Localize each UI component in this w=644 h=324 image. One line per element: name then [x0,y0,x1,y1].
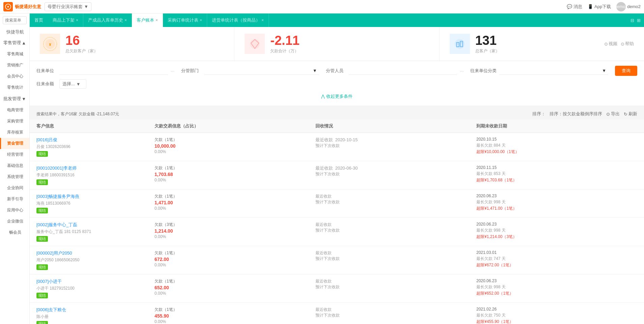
customer-cell-3: [0002]服务中心_丁磊 服务中心_丁磊 181 0125 8371 现结 [36,222,155,242]
sidebar-item-member-plus[interactable]: 畅会员 [0,227,29,238]
filter-collapse-btn[interactable]: ⋀ 收起更多条件 [36,92,637,101]
filter-unit-input[interactable] [59,67,168,75]
tab-collapse-btn[interactable]: ⊟ [631,18,634,23]
message-btn[interactable]: 💬 消息 [567,4,582,10]
owe-count-4: 欠款（1笔） [155,250,315,256]
search-button[interactable]: 查询 [615,66,637,76]
col-header-customer: 客户信息 [36,123,155,129]
filter-category-select[interactable]: ▼ [499,67,608,75]
tab-close-purchase-stat[interactable]: × [200,18,202,23]
sidebar-item-operation[interactable]: 经营管理 [0,149,29,160]
sidebar-item-purchase[interactable]: 采购管理 [0,116,29,127]
owe-cell-4: 欠款（1笔） 672.00 0.00% [155,250,315,270]
summary-info-total: -2.11 欠款合计（万） [270,34,300,54]
customer-name-5[interactable]: [0007]小进干 [36,278,155,285]
due-amount-4[interactable]: 超限¥672.00（1笔） [476,262,637,268]
customer-name-0[interactable]: [0016]吕俊 [36,137,155,143]
sidebar-search-input[interactable] [3,16,27,24]
tab-product-shelf[interactable]: 商品上下架 × [48,13,83,27]
due-amount-1[interactable]: 超限¥1,703.68（1笔） [476,177,637,183]
customer-name-4[interactable]: [000002]用户2050 [36,250,155,256]
owe-amount-4[interactable]: 672.00 [155,257,315,262]
due-cell-1: 2020.11.15 最长欠款 853 天 超限¥1,703.68（1笔） [476,165,637,185]
customer-tag-2: 现结 [36,208,48,213]
app-download-btn[interactable]: 📱 App下载 [588,4,611,10]
user-avatar-btn[interactable]: demo2 demo2 [616,2,641,11]
due-amount-5[interactable]: 超限¥652.00（1笔） [476,291,637,296]
owe-amount-2[interactable]: 1,471.00 [155,200,315,205]
owe-amount-6[interactable]: 455.90 [155,313,315,319]
recovery-label-0: 最近收款 2020-10-15 [315,137,476,143]
due-date-1: 2020.11.15 [476,165,637,170]
sidebar-item-inventory[interactable]: 库存核算 [0,127,29,138]
due-amount-6[interactable]: 超限¥455.90（1笔） [476,319,637,324]
app-wrapper: 畅捷通好生意 母婴行业演示账套 ▼ 💬 消息 📱 App下载 demo2 dem… [0,0,644,324]
sidebar-item-member[interactable]: 会员中心 [0,71,29,82]
svg-rect-9 [457,43,458,44]
sidebar-item-retail-mgmt[interactable]: 零售管理 ▲ [0,37,29,49]
owe-amount-3[interactable]: 1,214.00 [155,228,315,234]
customer-name-2[interactable]: [0003]畅捷服务尹海燕 [36,194,155,200]
customer-name-1[interactable]: [0001020001]李老师 [36,165,155,171]
filter-person-input[interactable] [349,67,457,75]
yuan-icon: ¥ [40,34,60,54]
tab-close-product-shelf[interactable]: × [76,18,78,23]
owe-amount-5[interactable]: 652.00 [155,285,315,290]
sidebar-item-quick-nav[interactable]: 快捷导航 [0,27,29,37]
filter-section: 往来单位 ··· 分管部门 ▼ 分管人员 [30,61,644,106]
due-amount-2[interactable]: 超限¥1,471.00（1笔） [476,206,637,211]
filter-person-dots[interactable]: ··· [460,68,464,73]
filter-row-1: 往来单位 ··· 分管部门 ▼ 分管人员 [36,66,637,76]
sidebar-item-retail-stat[interactable]: 零售统计 [0,82,29,93]
tab-close-customer-ledger[interactable]: × [156,18,158,23]
customer-tag-6: 现结 [36,321,48,324]
tab-expand-btn[interactable]: ⊞ [637,18,641,23]
sidebar-item-basic[interactable]: 基础信息 [0,160,29,171]
sidebar-item-corp-collab[interactable]: 企业协同 [0,182,29,194]
sidebar-item-wholesale[interactable]: 批发管理 ▼ [0,93,29,105]
owe-cell-6: 欠款（1笔） 455.90 0.00% [155,307,315,324]
due-amount-3[interactable]: 超限¥1,214.00（3笔） [476,234,637,240]
owe-count-2: 欠款（1笔） [155,194,315,199]
customer-name-6[interactable]: [0006]去下粮仓 [36,307,155,313]
due-overdue-5: 最长欠款 998 天 [476,284,637,290]
customer-sub-4: 用户2050 18665062050 [36,257,155,263]
content-area: 首页 商品上下架 × 产成品入库单历史 × 客户账本 × 采购订单统计表 × [30,13,644,324]
svg-text:¥: ¥ [49,42,51,46]
sort-select[interactable]: 排序：按欠款金额倒序排序 [550,111,602,117]
sidebar-item-app-center[interactable]: 应用中心 [0,205,29,216]
sidebar-item-corp-wechat[interactable]: 企业微信 [0,216,29,227]
tab-product-history[interactable]: 产成品入库单历史 × [83,13,132,27]
tab-customer-ledger[interactable]: 客户账本 × [132,13,163,27]
export-btn[interactable]: ⊙ 导出 [606,111,620,117]
tab-purchase-goods[interactable]: 进货单统计表（按商品） × [207,13,269,27]
video-link[interactable]: ⊙ 视频 [604,41,617,47]
recovery-next-2: 预计下次收款 [315,199,476,205]
refresh-btn[interactable]: ↻ 刷新 [624,111,637,117]
sidebar-item-marketing[interactable]: 营销推广 [0,60,29,71]
filter-unit-dots[interactable]: ··· [171,68,174,73]
due-amount-0[interactable]: 超限¥10,000.00（1笔） [476,149,637,155]
tab-close-product-history[interactable]: × [124,18,127,23]
sidebar-item-ecom[interactable]: 电商管理 [0,105,29,116]
customer-sub-0: 吕俊 13026203696 [36,144,155,150]
recovery-cell-1: 最近收款 2020-06-30 预计下次收款 [315,165,476,185]
sidebar-item-retail-mall[interactable]: 零售商城 [0,49,29,60]
filter-balance-select[interactable]: 选择... ▼ [59,79,86,89]
owe-count-5: 欠款（1笔） [155,278,315,284]
owe-amount-0[interactable]: 10,000.00 [155,143,315,149]
sidebar-item-system[interactable]: 系统管理 [0,171,29,182]
recovery-cell-3: 最近收款 预计下次收款 [315,222,476,242]
industry-selector[interactable]: 母婴行业演示账套 ▼ [45,2,91,11]
owe-amount-1[interactable]: 1,703.68 [155,172,315,177]
summary-card-total-customers: 131 总客户（家） ⊙ 视频 ⊙ 帮助 [440,27,644,61]
tab-home[interactable]: 首页 [30,13,48,27]
filter-dept-select[interactable]: ▼ [204,67,319,75]
tab-purchase-stat[interactable]: 采购订单统计表 × [163,13,207,27]
tab-close-purchase-goods[interactable]: × [261,18,264,23]
help-link[interactable]: ⊙ 帮助 [621,41,634,47]
col-header-recovery: 回收情况 [315,123,476,129]
sidebar-item-finance[interactable]: 资金管理 [0,138,29,149]
customer-name-3[interactable]: [0002]服务中心_丁磊 [36,222,155,228]
sidebar-item-newbie[interactable]: 新手引导 [0,194,29,205]
